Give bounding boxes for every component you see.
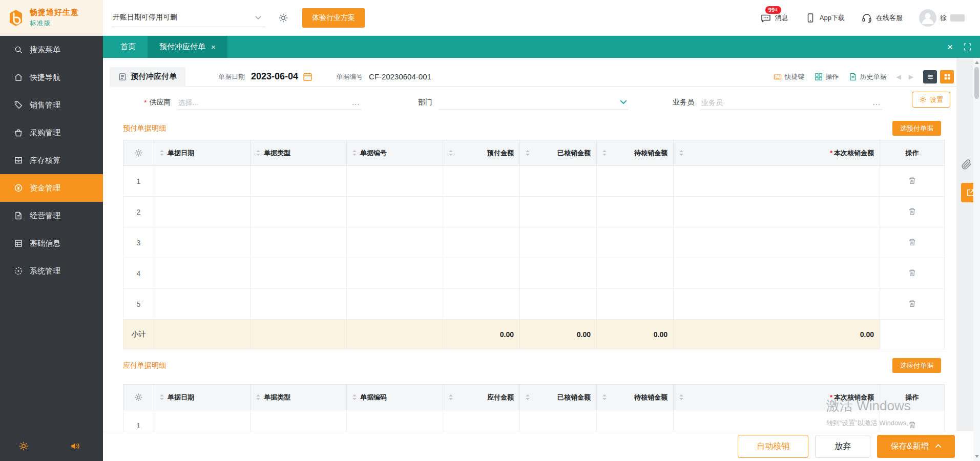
grid-cell[interactable] <box>347 410 443 432</box>
grid-cell[interactable] <box>674 227 880 258</box>
save-and-new-button[interactable]: 保存&新增 <box>877 435 955 458</box>
grid-cell[interactable] <box>674 410 880 432</box>
salesman-more-button[interactable]: ... <box>871 98 882 106</box>
close-icon[interactable]: × <box>211 43 216 51</box>
sidebar-item-operations[interactable]: 经营管理 <box>0 202 103 229</box>
delete-row-icon[interactable] <box>908 268 916 277</box>
delete-row-icon[interactable] <box>908 299 916 308</box>
sidebar-item-purchase[interactable]: 采购管理 <box>0 119 103 146</box>
account-period-select[interactable]: 开账日期可停用可删 <box>112 9 265 27</box>
settings-gear-icon[interactable] <box>278 13 288 23</box>
grid-cell[interactable] <box>251 166 347 197</box>
grid-cell[interactable] <box>597 258 674 289</box>
sort-icon[interactable] <box>526 150 530 156</box>
sidebar-item-quick-nav[interactable]: 快捷导航 <box>0 64 103 91</box>
delete-row-icon[interactable] <box>908 421 916 429</box>
grid-cell[interactable] <box>674 289 880 320</box>
grid-cell[interactable] <box>443 410 520 432</box>
grid-cell[interactable] <box>251 227 347 258</box>
grid-cell[interactable] <box>154 289 251 320</box>
grid-cell[interactable] <box>520 410 597 432</box>
online-service-button[interactable]: 在线客服 <box>861 12 903 24</box>
history-docs-button[interactable]: 历史单据 <box>849 72 887 81</box>
grid-cell[interactable] <box>520 166 597 197</box>
delete-row-icon[interactable] <box>908 238 916 246</box>
list-view-toggle[interactable] <box>923 70 937 83</box>
grid-cell[interactable] <box>597 166 674 197</box>
sort-icon[interactable] <box>160 394 164 400</box>
grid-cell[interactable] <box>597 227 674 258</box>
grid-cell[interactable] <box>520 197 597 227</box>
sidebar-item-basic-info[interactable]: 基础信息 <box>0 229 103 257</box>
column-settings-icon[interactable] <box>134 393 143 402</box>
fullscreen-icon[interactable] <box>964 43 971 51</box>
delete-row-icon[interactable] <box>908 176 916 185</box>
grid-cell[interactable] <box>154 410 251 432</box>
grid-cell[interactable] <box>443 258 520 289</box>
grid-cell[interactable] <box>347 197 443 227</box>
grid-cell[interactable] <box>597 197 674 227</box>
sort-icon[interactable] <box>526 394 530 400</box>
supplier-more-button[interactable]: ... <box>350 98 362 106</box>
supplier-input[interactable] <box>177 98 350 107</box>
grid-cell[interactable] <box>251 289 347 320</box>
grid-cell[interactable] <box>443 227 520 258</box>
shortcut-keys-button[interactable]: 快捷键 <box>774 72 805 81</box>
grid-cell[interactable] <box>347 258 443 289</box>
grid-cell[interactable] <box>347 289 443 320</box>
grid-cell[interactable] <box>347 166 443 197</box>
grid-cell[interactable] <box>443 197 520 227</box>
grid-cell[interactable] <box>597 289 674 320</box>
grid-cell[interactable] <box>443 166 520 197</box>
sort-icon[interactable] <box>352 150 357 156</box>
gear-icon[interactable] <box>18 441 29 451</box>
attachment-icon[interactable] <box>960 158 973 171</box>
select-payable-docs-button[interactable]: 选应付单据 <box>892 358 941 373</box>
sort-icon[interactable] <box>256 150 260 156</box>
scroll-up-icon[interactable] <box>975 61 979 64</box>
grid-cell[interactable] <box>251 258 347 289</box>
doc-title-tab[interactable]: 预付冲应付单 <box>110 67 185 87</box>
messages-button[interactable]: 99+ 消息 <box>760 12 788 24</box>
next-doc-icon[interactable]: ▶ <box>909 73 913 80</box>
grid-cell[interactable] <box>154 258 251 289</box>
sort-icon[interactable] <box>352 394 357 400</box>
prev-doc-icon[interactable]: ◀ <box>896 73 901 80</box>
doc-date-value[interactable]: 2023-06-04 <box>251 71 298 82</box>
column-settings-icon[interactable] <box>134 149 143 157</box>
sort-icon[interactable] <box>256 394 260 400</box>
grid-cell[interactable] <box>154 227 251 258</box>
sidebar-item-sales[interactable]: 销售管理 <box>0 91 103 119</box>
sidebar-item-funds[interactable]: 资金管理 <box>0 174 103 202</box>
vertical-scrollbar[interactable] <box>973 58 980 461</box>
settings-button[interactable]: 设置 <box>912 92 950 108</box>
tab-prepay-writeoff[interactable]: 预付冲应付单 × <box>148 36 227 58</box>
delete-row-icon[interactable] <box>908 207 916 216</box>
user-menu[interactable]: 徐 <box>919 9 965 27</box>
grid-cell[interactable] <box>154 166 251 197</box>
grid-cell[interactable] <box>597 410 674 432</box>
sort-icon[interactable] <box>449 150 453 156</box>
department-input[interactable] <box>439 98 620 107</box>
sort-icon[interactable] <box>160 150 164 156</box>
sidebar-item-search[interactable]: 搜索菜单 <box>0 36 103 64</box>
app-download-button[interactable]: App下载 <box>805 12 845 24</box>
grid-cell[interactable] <box>251 410 347 432</box>
operation-menu-button[interactable]: 操作 <box>815 72 839 81</box>
grid-cell[interactable] <box>443 289 520 320</box>
auto-writeoff-button[interactable]: 自动核销 <box>738 435 808 458</box>
grid-cell[interactable] <box>347 227 443 258</box>
discard-button[interactable]: 放弃 <box>815 435 870 458</box>
sort-icon[interactable] <box>449 394 453 400</box>
volume-icon[interactable] <box>70 441 80 451</box>
salesman-input[interactable] <box>700 98 871 107</box>
chevron-down-icon[interactable] <box>620 100 627 104</box>
grid-cell[interactable] <box>674 197 880 227</box>
sort-icon[interactable] <box>679 394 683 400</box>
close-all-icon[interactable]: × <box>947 42 953 52</box>
scrollbar-thumb[interactable] <box>974 67 979 99</box>
sidebar-item-system[interactable]: 系统管理 <box>0 257 103 285</box>
grid-cell[interactable] <box>674 166 880 197</box>
grid-cell[interactable] <box>520 227 597 258</box>
grid-cell[interactable] <box>520 289 597 320</box>
